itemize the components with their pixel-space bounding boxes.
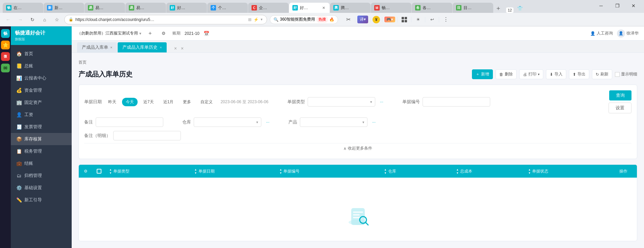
date-btn-yesterday[interactable]: 昨天 [104,98,120,106]
warehouse-more-button[interactable]: ··· [266,120,269,125]
delete-button[interactable]: 🗑 删除 [496,69,517,79]
th-date[interactable]: ▲▼ 单据日期 [191,168,276,175]
sidebar-item-inventory[interactable]: 📦 库存核算 [11,133,72,145]
new-tab-button[interactable]: ＋ [494,3,503,13]
panel-close-button[interactable]: × [173,44,178,52]
shirt-icon[interactable]: 👕 [515,3,525,13]
sidebar-item-payroll[interactable]: 👤 工资 [11,109,72,121]
browser-tab-12[interactable]: 目 目… [453,3,493,13]
sidebar-item-home[interactable]: 🏠 首页 [11,48,72,60]
calendar-icon[interactable]: 📅 [204,31,209,36]
forward-button[interactable]: → [16,15,25,24]
sidebar-item-newentry[interactable]: ✏️ 新工引导 [11,194,72,206]
game-button[interactable]: 🎮▾ [384,17,395,22]
date-btn-custom[interactable]: 自定义 [197,98,216,106]
maximize-button[interactable]: ❐ [610,1,625,11]
address-chevron-icon[interactable]: ▾ [261,17,263,22]
import-button[interactable]: ⬇ 导入 [546,69,566,79]
browser-tab-5[interactable]: 好 好… [166,3,207,13]
browser-tab-3[interactable]: 易 易… [85,3,125,13]
sidebar-item-close-period[interactable]: 💼 结账 [11,157,72,170]
show-cols-checkbox[interactable] [615,72,620,77]
th-warehouse[interactable]: ▲▼ 仓库 [381,168,453,175]
page-tab-history-close[interactable]: × [160,45,162,49]
sidebar-item-funds[interactable]: 💰 资金管理 [11,84,72,96]
browser-tab-9[interactable]: 腾 腾… [330,3,371,13]
print-button[interactable]: 🖨 打印 ▾ [519,69,543,79]
type-select[interactable]: ▾ [308,97,375,107]
minimize-button[interactable]: ─ [593,1,609,11]
refresh-action-button[interactable]: ↻ 刷新 [592,69,612,79]
icon-sidebar-mail[interactable]: ✉ [1,64,10,72]
tab-close-8[interactable]: ✕ [321,5,326,10]
sidebar-item-tax[interactable]: 📋 税务管理 [11,145,72,157]
date-btn-7days[interactable]: 近7天 [140,98,158,106]
th-cost[interactable]: ▲▼ 总成本 [453,168,525,175]
address-input[interactable]: 🔒 https://cloud.chanjet.com/accounting/u… [64,15,267,24]
home-nav-button[interactable]: ⌂ [40,15,49,24]
warehouse-select[interactable]: ▾ [194,117,261,127]
browser-tab-6[interactable]: 个 个… [207,3,248,13]
breadcrumb-home[interactable]: 首页 [78,60,87,65]
browser-tab-10[interactable]: M 畅… [371,3,411,13]
page-tab-list-close[interactable]: × [110,45,112,49]
date-btn-1month[interactable]: 近1月 [160,98,177,106]
undo-icon[interactable]: ↩ [427,15,437,24]
customer-service-button[interactable]: 👤 人工咨询 [590,30,613,36]
browser-tab-11[interactable]: 各 各… [412,3,452,13]
sidebar-item-settings[interactable]: ⚙️ 基础设置 [11,182,72,194]
settings-button[interactable]: 设置 [609,103,631,113]
sidebar-item-assets[interactable]: 🏢 固定资产 [11,96,72,109]
notes-detail-input[interactable] [113,131,181,140]
sidebar-item-invoice[interactable]: 🧾 发票管理 [11,121,72,133]
yuan-button[interactable]: ¥ [373,16,380,23]
scissors-icon[interactable]: ✂ [343,15,353,24]
number-input[interactable] [423,97,490,107]
browser-tab-7[interactable]: C 企… [248,3,289,13]
add-button[interactable]: ＋ 新增 [472,69,493,79]
page-tab-list[interactable]: 产成品入库单 × [77,42,117,52]
browser-tab-8[interactable]: 好 好… ✕ [289,3,330,13]
product-more-button[interactable]: ··· [372,120,376,125]
print-dropdown-arrow[interactable]: ▾ [538,72,540,76]
user-info[interactable]: 👤 徐泽华 [617,29,639,38]
company-selector[interactable]: （勿删勿禁用）江西服宝测试专用 ▾ [77,30,141,36]
show-cols-toggle[interactable]: 显示明细 [615,71,637,77]
back-button[interactable]: ← [3,15,13,24]
refresh-button[interactable]: ↻ [28,15,37,24]
translate-button[interactable]: 译▾ [357,16,368,23]
export-button[interactable]: ⬆ 导出 [569,69,589,79]
th-status[interactable]: ▲▼ 单据状态 [525,168,610,175]
browser-search-box[interactable]: 🔍 360智能抠图免费用 热搜 🔥 [270,15,338,24]
query-button[interactable]: 查询 [609,90,631,100]
icon-sidebar-star[interactable]: ⭐ [1,41,10,49]
th-number[interactable]: ▲▼ 单据编号 [276,168,381,175]
sidebar-item-reports[interactable]: 📊 云报表中心 [11,72,72,84]
browser-tab-4[interactable]: 易 易… [125,3,166,13]
more-options-icon[interactable]: ⋮ [441,15,451,24]
notes-input[interactable] [96,117,163,127]
collapse-button[interactable]: ∧ 收起更多条件 [84,143,631,153]
sidebar-item-ledger[interactable]: 📒 总账 [11,60,72,72]
icon-sidebar-weibo[interactable]: 微 [1,52,10,61]
tab-label-10: 畅… [382,5,408,11]
th-settings[interactable]: ⚙ [79,169,92,174]
grid-apps-icon[interactable] [400,15,409,24]
product-select[interactable]: ▾ [300,117,367,127]
close-button[interactable]: ✕ [626,1,641,11]
bookmark-button[interactable]: ☆ [52,15,62,24]
date-btn-more[interactable]: 更多 [179,98,195,106]
sidebar-item-archive[interactable]: 🗂 归档管理 [11,170,72,182]
company-settings-button[interactable]: ⚙ [159,29,168,38]
th-type[interactable]: ▲▼ 单据类型 [106,168,191,175]
sun-icon[interactable]: ☀ [413,15,423,24]
add-company-button[interactable]: ＋ [145,29,155,38]
date-btn-today[interactable]: 今天 [122,98,138,106]
panel-right-close-button[interactable]: × [180,44,185,52]
page-tab-history[interactable]: 产成品入库单历史 × [118,42,166,52]
type-more-button[interactable]: ··· [380,99,383,104]
icon-sidebar-logo[interactable]: 畅 [1,29,10,38]
browser-tab-1[interactable]: 畅 在… [3,3,43,13]
browser-tab-2[interactable]: 新 新… [44,3,84,13]
th-check[interactable] [92,169,106,174]
